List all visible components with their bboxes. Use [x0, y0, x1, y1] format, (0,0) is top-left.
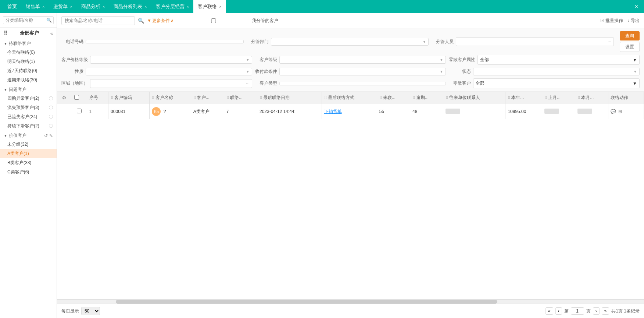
page-size-select[interactable]: 50 100 200 [81, 307, 100, 315]
filter-dept: 分管部门 ▼ [247, 38, 429, 46]
chat-icon[interactable]: 💬 [611, 109, 616, 114]
filter-customer-level-select[interactable]: ▼ [279, 56, 446, 64]
table-overdue-cell: 48 [410, 104, 443, 119]
last-page-button[interactable]: » [602, 307, 609, 315]
more-filter-button[interactable]: ▼ 更多条件 ∧ [147, 18, 174, 24]
table-last-date-col[interactable]: 最后联络日期 [257, 92, 322, 104]
table-this-month-cell [575, 104, 608, 119]
last-method-link[interactable]: 下销货单 [324, 109, 342, 114]
tab-customer-contact[interactable]: 客户联络 × [193, 0, 226, 13]
filter-payment: 收付款条件 ▼ [255, 68, 446, 75]
table-year-amount-col[interactable]: 本年... [505, 92, 542, 104]
sidebar-item-b-class[interactable]: B类客户(33) [0, 158, 57, 167]
sidebar-item-churned[interactable]: 已流失客户(24) ⓘ [0, 112, 57, 121]
tab-product-analysis[interactable]: 商品分析 × [77, 0, 109, 13]
search-button-icon[interactable]: 🔍 [138, 18, 144, 24]
close-customer-layering-icon[interactable]: × [187, 4, 189, 9]
chevron-down-payment-icon: ▼ [440, 70, 443, 74]
row-checkbox[interactable] [77, 109, 82, 113]
table-contact-col[interactable]: 联络... [224, 92, 257, 104]
sidebar-all-customers[interactable]: ⠿ 全部客户 « [0, 28, 57, 39]
table-last-method-cell[interactable]: 下销货单 [322, 104, 377, 119]
table-checkbox-cell[interactable] [72, 104, 87, 119]
sidebar-item-ungrouped[interactable]: 未分组(32) [0, 140, 57, 149]
home-tab[interactable]: 首页 [3, 3, 21, 10]
table-last-method-col[interactable]: 最后联络方式 [322, 92, 377, 104]
tab-sales-order[interactable]: 销售单 × [21, 0, 49, 13]
close-purchase-order-icon[interactable]: × [70, 4, 72, 9]
sidebar-group-problem[interactable]: ▼ 问题客户 [0, 85, 57, 94]
table-type-col[interactable]: 客户... [191, 92, 224, 104]
filter-price-level-select[interactable]: ▼ [90, 56, 252, 64]
sidebar-item-a-class[interactable]: A类客户(1) [0, 149, 57, 158]
table-code-col[interactable]: 客户编码 [108, 92, 150, 104]
close-app-icon[interactable]: × [632, 3, 641, 10]
table-checkbox-col[interactable] [72, 92, 87, 104]
info-icon-1: ⓘ [49, 96, 53, 101]
filter-nature: 性质 ▼ [61, 68, 252, 75]
sidebar-item-c-class[interactable]: C类客户(6) [0, 167, 57, 177]
table-name-col[interactable]: 客户名称 [150, 92, 191, 104]
filter-dept-select[interactable]: ▼ [271, 38, 429, 46]
filter-customer-type-input[interactable] [279, 82, 446, 85]
scrollbar-thumb[interactable] [116, 300, 497, 304]
edit-icon[interactable]: ✎ [49, 133, 53, 138]
query-button[interactable]: 查询 [620, 31, 640, 40]
table-this-month-col[interactable]: 本月... [575, 92, 608, 104]
sidebar-item-overdue-contact[interactable]: 逾期未联络(30) [0, 75, 57, 85]
search-input[interactable] [61, 16, 135, 25]
info-icon-4: ⓘ [49, 123, 53, 129]
horizontal-scrollbar[interactable] [57, 299, 644, 304]
qr-icon[interactable]: ⊞ [618, 109, 622, 114]
sidebar-search-container: 🔍 [0, 13, 57, 28]
close-customer-contact-icon[interactable]: × [219, 4, 221, 9]
refresh-icon[interactable]: ↺ [44, 133, 48, 138]
sidebar-group-pending[interactable]: ▼ 待联络客户 [0, 39, 57, 48]
first-page-button[interactable]: « [545, 307, 553, 315]
filter-row-4: 区域（地区） ··· 客户类型 零散客户 全部 ▼ [61, 78, 640, 88]
select-all-checkbox[interactable] [74, 95, 79, 100]
sidebar-item-7days-contact[interactable]: 近7天待联络(0) [0, 66, 57, 75]
page-number-input[interactable]: 1 [571, 307, 584, 315]
tab-purchase-order[interactable]: 进货单 × [49, 0, 76, 13]
table-uncontacted-col[interactable]: 未联... [377, 92, 410, 104]
table-settings-icon[interactable]: ⚙ [62, 95, 66, 100]
next-page-button[interactable]: › [593, 307, 600, 315]
settings-button[interactable]: 设置 [620, 42, 640, 52]
export-button[interactable]: ↓ 导出 [627, 18, 640, 24]
filter-payment-select[interactable]: ▼ [279, 68, 446, 75]
batch-operation-button[interactable]: ☑ 批量操作 [600, 18, 623, 24]
avatar: Ea [152, 107, 161, 116]
table-settings-col[interactable]: ⚙ [57, 92, 72, 104]
close-product-analysis-icon[interactable]: × [103, 4, 105, 9]
table-overdue-col[interactable]: 逾期... [410, 92, 443, 104]
filter-nature-select[interactable]: ▼ [86, 68, 252, 75]
table-last-date-cell: 2023-04-12 14:44: [257, 104, 322, 119]
row-action-icons: 💬 ⊞ [611, 109, 641, 114]
filter-row-1: 电话号码 分管部门 ▼ 分管人员 ··· 查询 设置 [61, 31, 640, 52]
filter-status-select[interactable]: ▼ [473, 68, 640, 75]
filter-region-input[interactable]: ··· [90, 79, 252, 88]
tab-customer-layering[interactable]: 客户分层经营 × [151, 0, 193, 13]
sidebar-group-value[interactable]: ▼ 价值客户 ↺ ✎ [0, 131, 57, 140]
tab-product-analysis-list[interactable]: 商品分析列表 × [109, 0, 151, 13]
prev-page-button[interactable]: ‹ [555, 307, 562, 315]
my-customers-checkbox-label[interactable]: 我分管的客户 [177, 18, 278, 24]
sidebar-search-icon[interactable]: 🔍 [46, 18, 52, 23]
filter-retail-customer-select[interactable]: 全部 ▼ [473, 78, 640, 88]
top-navigation: 首页 销售单 × 进货单 × 商品分析 × 商品分析列表 × 客户分层经营 × … [0, 0, 644, 13]
table-contact-person-col[interactable]: 往来单位联系人 [443, 92, 505, 104]
my-customers-checkbox[interactable] [177, 18, 250, 23]
sidebar-item-repurchase-abnormal[interactable]: 回购异常客户(2) ⓘ [0, 94, 57, 103]
filter-manager-input[interactable]: ··· [456, 37, 614, 46]
sidebar-item-declining[interactable]: 持续下滑客户(2) ⓘ [0, 121, 57, 131]
table-last-month-col[interactable]: 上月... [542, 92, 575, 104]
sidebar-item-churn-warning[interactable]: 流失预警客户(3) ⓘ [0, 103, 57, 112]
close-product-analysis-list-icon[interactable]: × [144, 4, 147, 9]
sidebar-item-tomorrow-contact[interactable]: 明天待联络(1) [0, 57, 57, 66]
sidebar-item-today-contact[interactable]: 今天待联络(0) [0, 48, 57, 57]
filter-manager: 分管人员 ··· [432, 37, 614, 46]
filter-phone-input[interactable] [86, 40, 244, 43]
filter-retail-attr-select[interactable]: 全部 ▼ [477, 55, 640, 65]
close-sales-order-icon[interactable]: × [42, 4, 44, 9]
